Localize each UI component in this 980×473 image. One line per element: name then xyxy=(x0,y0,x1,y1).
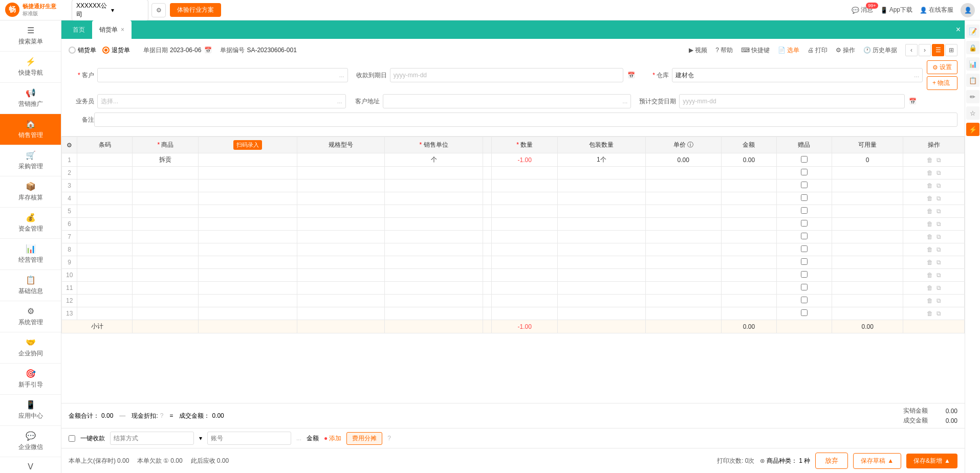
cell-pkg-qty[interactable] xyxy=(558,179,645,192)
cell-spec[interactable] xyxy=(297,295,384,307)
delete-icon[interactable]: 🗑 xyxy=(927,156,933,164)
payment-date-input[interactable]: yyyy-mm-dd xyxy=(390,68,624,82)
cell-barcode[interactable] xyxy=(77,192,133,205)
next-btn[interactable]: › xyxy=(919,44,931,56)
sidebar-item-system[interactable]: ⚙ 系统管理 xyxy=(0,301,61,332)
cell-spec[interactable] xyxy=(297,192,384,205)
cell-quantity[interactable] xyxy=(492,243,558,256)
cell-unit-price[interactable] xyxy=(645,269,721,282)
cell-amount[interactable] xyxy=(721,192,776,205)
delete-icon[interactable]: 🗑 xyxy=(927,233,933,240)
cell-quantity[interactable] xyxy=(492,282,558,295)
delete-icon[interactable]: 🗑 xyxy=(927,246,933,253)
cell-unit[interactable] xyxy=(384,282,483,295)
cell-unit[interactable] xyxy=(384,295,483,307)
cell-quantity[interactable] xyxy=(492,295,558,307)
delete-icon[interactable]: 🗑 xyxy=(927,195,933,202)
cell-gift[interactable] xyxy=(776,218,832,231)
account-input[interactable] xyxy=(207,432,291,445)
rp-item-4[interactable]: 📋 xyxy=(966,74,979,87)
cell-product[interactable] xyxy=(133,179,199,192)
tab-sales-order[interactable]: 销货单 × xyxy=(92,20,132,39)
settings-icon[interactable]: ⚙ xyxy=(151,3,166,17)
th-settings[interactable]: ⚙ xyxy=(62,137,77,153)
cell-spec[interactable] xyxy=(297,243,384,256)
cell-product[interactable] xyxy=(133,192,199,205)
history-btn[interactable]: 🕐 历史单据 xyxy=(861,45,899,56)
radio-return[interactable]: 退货单 xyxy=(102,46,130,55)
cell-quantity[interactable] xyxy=(492,218,558,231)
delete-icon[interactable]: 🗑 xyxy=(927,297,933,304)
sidebar-item-sales[interactable]: 🏠 销售管理 xyxy=(0,114,61,145)
sidebar-item-inventory[interactable]: 📦 库存核算 xyxy=(0,176,61,208)
cell-pkg-qty[interactable] xyxy=(558,231,645,243)
tab-close-icon[interactable]: × xyxy=(121,26,124,33)
cell-unit-price[interactable] xyxy=(645,192,721,205)
cell-pkg-qty[interactable] xyxy=(558,243,645,256)
delete-icon[interactable]: 🗑 xyxy=(927,169,933,176)
warehouse-input[interactable]: 建材仓 ... xyxy=(672,68,923,82)
rp-item-3[interactable]: 📊 xyxy=(966,57,979,71)
shortcut-btn[interactable]: ⌨ 快捷键 xyxy=(739,45,772,56)
logistics-btn[interactable]: + 物流 xyxy=(927,76,957,90)
copy-icon[interactable]: ⧉ xyxy=(937,233,941,240)
cell-unit[interactable] xyxy=(384,218,483,231)
one-click-checkbox[interactable] xyxy=(69,435,75,442)
cell-product[interactable] xyxy=(133,282,199,295)
cell-spec[interactable] xyxy=(297,307,384,320)
save-new-btn[interactable]: 保存&新增 ▲ xyxy=(906,454,957,468)
abandon-btn[interactable]: 放弃 xyxy=(815,453,848,469)
cell-unit-price[interactable] xyxy=(645,256,721,269)
copy-icon[interactable]: ⧉ xyxy=(937,297,941,304)
delete-icon[interactable]: 🗑 xyxy=(927,182,933,189)
cell-product[interactable]: 拆贡 xyxy=(133,153,199,167)
save-draft-btn[interactable]: 保存草稿 ▲ xyxy=(853,453,901,469)
cell-gift[interactable] xyxy=(776,179,832,192)
cell-unit[interactable] xyxy=(384,167,483,179)
copy-icon[interactable]: ⧉ xyxy=(937,169,941,176)
cell-unit[interactable] xyxy=(384,243,483,256)
cell-quantity[interactable] xyxy=(492,256,558,269)
sidebar-item-marketing[interactable]: 📢 营销推广 xyxy=(0,83,61,114)
remark-input[interactable] xyxy=(94,112,957,127)
cell-gift[interactable] xyxy=(776,282,832,295)
copy-icon[interactable]: ⧉ xyxy=(937,220,941,228)
trial-button[interactable]: 体验行业方案 xyxy=(170,3,221,17)
tab-bar-close-btn[interactable]: × xyxy=(956,25,961,34)
cell-gift[interactable] xyxy=(776,256,832,269)
cell-unit-price[interactable] xyxy=(645,243,721,256)
cell-quantity[interactable] xyxy=(492,231,558,243)
sidebar-item-apps[interactable]: 📱 应用中心 xyxy=(0,395,61,426)
cell-gift[interactable] xyxy=(776,307,832,320)
cell-spec[interactable] xyxy=(297,153,384,167)
sidebar-item-business[interactable]: 📊 经营管理 xyxy=(0,239,61,270)
cell-quantity[interactable] xyxy=(492,307,558,320)
cell-amount[interactable] xyxy=(721,282,776,295)
operate-btn[interactable]: ⚙ 操作 xyxy=(834,45,857,56)
delivery-calendar-icon[interactable]: 📅 xyxy=(909,98,917,105)
cell-barcode[interactable] xyxy=(77,205,133,218)
delete-icon[interactable]: 🗑 xyxy=(927,310,933,317)
cell-gift[interactable] xyxy=(776,153,832,167)
cell-spec[interactable] xyxy=(297,256,384,269)
cell-quantity[interactable] xyxy=(492,269,558,282)
th-scan[interactable]: 扫码录入 xyxy=(199,137,297,153)
date-calendar-icon[interactable]: 📅 xyxy=(204,47,212,54)
cell-amount[interactable] xyxy=(721,167,776,179)
cell-amount[interactable] xyxy=(721,269,776,282)
grid-view-btn[interactable]: ⊞ xyxy=(945,44,957,56)
cell-unit[interactable] xyxy=(384,307,483,320)
cell-product[interactable] xyxy=(133,205,199,218)
cell-unit-price[interactable] xyxy=(645,307,721,320)
cell-gift[interactable] xyxy=(776,295,832,307)
cell-barcode[interactable] xyxy=(77,167,133,179)
cell-unit[interactable] xyxy=(384,192,483,205)
cell-pkg-qty[interactable] xyxy=(558,256,645,269)
cell-unit-price[interactable] xyxy=(645,167,721,179)
cell-quantity[interactable] xyxy=(492,167,558,179)
cell-unit[interactable] xyxy=(384,179,483,192)
rp-item-2[interactable]: 🔒 xyxy=(966,41,979,54)
calc-method-dropdown-icon[interactable]: ▾ xyxy=(199,435,202,442)
add-btn[interactable]: ● 添加 xyxy=(324,434,341,443)
cell-unit[interactable] xyxy=(384,269,483,282)
